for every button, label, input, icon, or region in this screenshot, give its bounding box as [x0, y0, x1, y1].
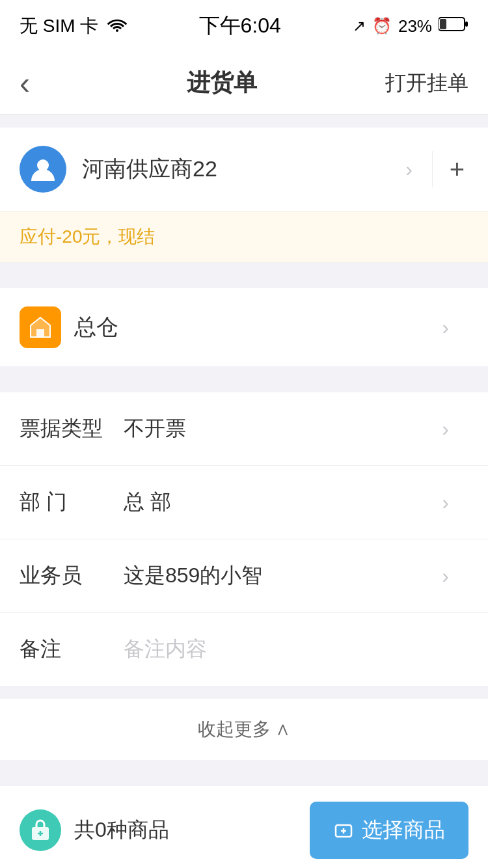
supplier-name: 河南供应商22: [82, 154, 405, 184]
invoice-type-chevron-icon: ›: [442, 417, 449, 441]
form-section: 票据类型 不开票 › 部 门 总 部 › 业务员 这是859的小智 › 备注 备…: [0, 392, 488, 686]
supplier-row[interactable]: 河南供应商22 › +: [0, 128, 488, 211]
remark-value[interactable]: 备注内容: [124, 635, 468, 664]
add-button[interactable]: +: [432, 151, 468, 187]
status-time: 下午6:04: [199, 12, 281, 40]
section-gap-3: [0, 366, 488, 379]
alarm-icon: ⏰: [372, 17, 392, 35]
section-gap-1: [0, 115, 488, 128]
battery-icon: [439, 16, 468, 36]
supplier-avatar: [20, 146, 66, 193]
remark-label: 备注: [20, 635, 111, 664]
section-gap-2: [0, 262, 488, 275]
back-button[interactable]: ‹: [20, 65, 59, 101]
select-product-label: 选择商品: [362, 816, 445, 845]
status-bar: 无 SIM 卡 下午6:04 ↗ ⏰ 23%: [0, 0, 488, 52]
supplier-notice: 应付-20元，现结: [0, 211, 488, 262]
supplier-card: 河南供应商22 › + 应付-20元，现结: [0, 128, 488, 262]
page-title: 进货单: [187, 67, 257, 99]
warehouse-row[interactable]: 总仓 ›: [0, 288, 488, 366]
battery-label: 23%: [398, 16, 432, 36]
salesperson-label: 业务员: [20, 562, 111, 590]
product-count-label: 共0种商品: [74, 816, 297, 845]
invoice-type-label: 票据类型: [20, 414, 111, 443]
department-label: 部 门: [20, 488, 111, 517]
warehouse-card: 总仓 ›: [0, 288, 488, 366]
nav-bar: ‹ 进货单 打开挂单: [0, 52, 488, 115]
select-product-button[interactable]: 选择商品: [310, 802, 468, 859]
department-value: 总 部: [124, 488, 442, 517]
section-gap-4: [0, 760, 488, 773]
location-icon: ↗: [353, 17, 366, 35]
svg-rect-2: [465, 21, 468, 27]
carrier-label: 无 SIM 卡: [20, 14, 98, 38]
open-pending-button[interactable]: 打开挂单: [385, 69, 468, 98]
salesperson-chevron-icon: ›: [442, 564, 449, 588]
warehouse-chevron-icon: ›: [442, 316, 449, 340]
svg-rect-1: [440, 19, 446, 29]
wifi-icon: [107, 16, 127, 36]
warehouse-icon: [20, 306, 61, 348]
salesperson-row[interactable]: 业务员 这是859的小智 ›: [0, 539, 488, 613]
salesperson-value: 这是859的小智: [124, 562, 442, 590]
invoice-type-row[interactable]: 票据类型 不开票 ›: [0, 392, 488, 466]
product-icon: [20, 809, 61, 851]
collapse-button[interactable]: 收起更多 ∧: [0, 699, 488, 760]
invoice-type-value: 不开票: [124, 414, 442, 443]
svg-rect-4: [36, 329, 44, 337]
remark-row[interactable]: 备注 备注内容: [0, 613, 488, 686]
status-left: 无 SIM 卡: [20, 14, 127, 38]
warehouse-name: 总仓: [74, 312, 442, 342]
department-row[interactable]: 部 门 总 部 ›: [0, 466, 488, 539]
bottom-bar: 共0种商品 选择商品: [0, 786, 488, 868]
chevron-right-icon: ›: [405, 157, 413, 182]
status-right: ↗ ⏰ 23%: [353, 16, 468, 36]
department-chevron-icon: ›: [442, 491, 449, 515]
